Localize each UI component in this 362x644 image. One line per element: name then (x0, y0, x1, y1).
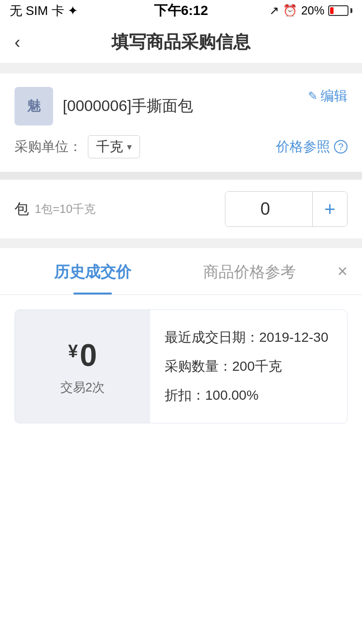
price-detail-date: 最近成交日期：2019-12-30 (165, 327, 333, 348)
page-title: 填写商品采购信息 (111, 30, 251, 54)
status-time: 下午6:12 (154, 1, 208, 20)
tab-product-price-ref[interactable]: 商品价格参考 (171, 248, 327, 294)
alarm-icon: ⏰ (283, 4, 297, 17)
price-section: ¥ 0 交易2次 最近成交日期：2019-12-30 采购数量：200千克 折扣… (0, 295, 362, 438)
price-left-panel: ¥ 0 交易2次 (15, 310, 150, 423)
package-label: 包 (14, 199, 29, 219)
tab-history-price[interactable]: 历史成交价 (14, 248, 171, 294)
qty-label: 包 1包=10千克 (14, 199, 96, 219)
unit-row: 采购单位： 千克 ▾ (14, 135, 140, 158)
tabs-header: 历史成交价 商品价格参考 × (0, 248, 362, 295)
unit-label: 采购单位： (14, 138, 82, 156)
product-card: 魅 [0000006]手撕面包 ✎ 编辑 采购单位： 千克 ▾ 价格参照 ? (0, 73, 362, 172)
unit-select[interactable]: 千克 ▾ (88, 135, 140, 158)
price-card: ¥ 0 交易2次 最近成交日期：2019-12-30 采购数量：200千克 折扣… (14, 309, 348, 423)
currency-symbol: ¥ (68, 341, 78, 362)
status-right: ↗ ⏰ 20% (269, 4, 352, 17)
quantity-control: + (225, 191, 348, 227)
quantity-plus-button[interactable]: + (312, 192, 347, 226)
price-right-panel: 最近成交日期：2019-12-30 采购数量：200千克 折扣：100.00% (150, 310, 347, 423)
quantity-input[interactable] (225, 192, 312, 226)
info-icon: ? (334, 140, 348, 154)
battery-indicator (328, 5, 352, 16)
chevron-down-icon: ▾ (127, 141, 132, 153)
status-bar: 无 SIM 卡 ✦ 下午6:12 ↗ ⏰ 20% (0, 0, 362, 21)
product-thumbnail: 魅 (14, 87, 53, 126)
edit-icon: ✎ (308, 89, 318, 103)
price-trades: 交易2次 (60, 379, 105, 396)
price-ref-label: 价格参照 (276, 138, 330, 156)
edit-label: 编辑 (320, 87, 348, 105)
tabs-section: 历史成交价 商品价格参考 × ¥ 0 交易2次 最近成交日期：2019-12-3… (0, 248, 362, 438)
status-left: 无 SIM 卡 ✦ (10, 2, 78, 19)
product-name: [0000006]手撕面包 (63, 96, 193, 117)
tab-close-button[interactable]: × (328, 252, 348, 291)
bottom-area (0, 438, 362, 644)
sim-label: 无 SIM 卡 ✦ (10, 2, 78, 19)
battery-percent: 20% (301, 4, 324, 17)
quantity-row: 包 1包=10千克 + (0, 180, 362, 238)
product-left: 魅 [0000006]手撕面包 (14, 87, 193, 126)
edit-button[interactable]: ✎ 编辑 (308, 87, 348, 105)
location-icon: ↗ (269, 4, 279, 17)
price-detail-discount: 折扣：100.00% (165, 385, 333, 406)
price-number: 0 (80, 337, 97, 373)
unit-value: 千克 (96, 138, 123, 156)
price-ref-button[interactable]: 价格参照 ? (276, 138, 348, 156)
section-divider (0, 172, 362, 180)
back-button[interactable]: ‹ (14, 32, 30, 53)
package-unit: 1包=10千克 (35, 201, 96, 217)
thumb-icon: 魅 (27, 97, 41, 115)
page-header: ‹ 填写商品采购信息 (0, 21, 362, 64)
price-detail-quantity: 采购数量：200千克 (165, 356, 333, 377)
price-value: ¥ 0 (68, 337, 97, 373)
